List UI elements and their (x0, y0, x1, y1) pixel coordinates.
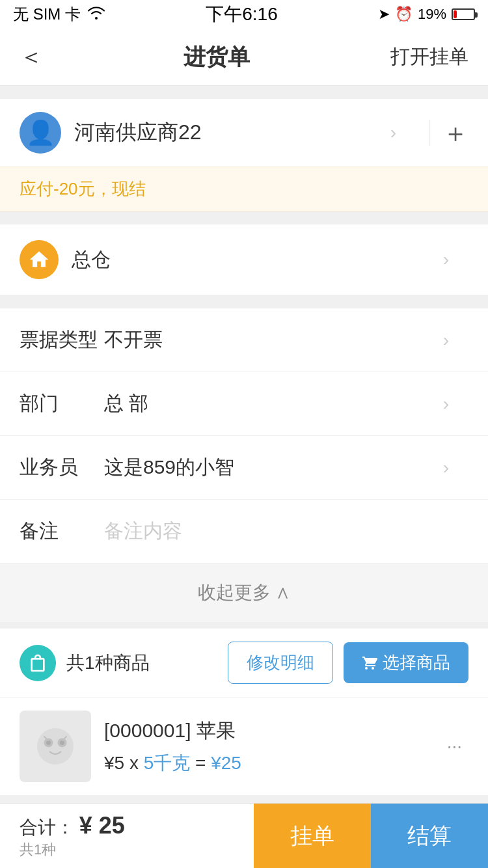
department-chevron-icon: › (443, 394, 449, 414)
page-title: 进货单 (183, 42, 250, 72)
section-divider-1 (0, 211, 488, 224)
warehouse-name: 总仓 (72, 247, 443, 273)
department-label: 部门 (20, 390, 104, 417)
total-label: 合计： (20, 817, 74, 837)
svg-point-3 (46, 740, 51, 745)
product-unit-price: ¥5 (104, 753, 124, 773)
total-row: 合计： ¥ 25 (20, 812, 234, 840)
carrier-label: 无 SIM 卡 (13, 4, 81, 25)
product-thumbnail (20, 711, 91, 782)
bottom-bar: 合计： ¥ 25 共1种 挂单 结算 (0, 803, 488, 868)
product-more-button[interactable]: ··· (441, 736, 468, 757)
supplier-avatar: 👤 (20, 112, 61, 154)
alarm-icon: ⏰ (395, 6, 413, 23)
nav-bar: ＜ 进货单 打开挂单 (0, 29, 488, 86)
warehouse-chevron-icon: › (443, 249, 449, 270)
collapse-button[interactable]: 收起更多 ∧ (0, 563, 488, 622)
remark-row[interactable]: 备注 备注内容 (0, 500, 488, 563)
battery-label: 19% (418, 6, 446, 23)
status-left: 无 SIM 卡 (13, 4, 105, 25)
chevron-right-icon: › (390, 122, 396, 143)
status-bar: 无 SIM 卡 下午6:16 ➤ ⏰ 19% (0, 0, 488, 29)
salesperson-row[interactable]: 业务员 这是859的小智 › (0, 436, 488, 500)
product-item: [0000001] 苹果 ¥5 x 5千克 = ¥25 ··· (0, 697, 488, 795)
product-price-row: ¥5 x 5千克 = ¥25 (104, 751, 441, 776)
home-icon (28, 249, 50, 271)
svg-point-4 (60, 740, 64, 745)
warehouse-row[interactable]: 总仓 › (0, 224, 488, 295)
product-info: [0000001] 苹果 ¥5 x 5千克 = ¥25 (104, 718, 441, 776)
product-title: 苹果 (197, 720, 236, 741)
warehouse-icon-circle (20, 240, 59, 279)
total-section: 合计： ¥ 25 共1种 (0, 812, 254, 860)
product-placeholder-icon (33, 724, 78, 769)
salesperson-chevron-icon: › (443, 457, 449, 478)
collapse-label: 收起更多 ∧ (198, 580, 291, 605)
cart-icon (362, 655, 377, 671)
add-supplier-button[interactable]: ＋ (442, 115, 468, 151)
location-icon: ➤ (378, 6, 390, 23)
salesperson-label: 业务员 (20, 454, 104, 481)
battery-icon (452, 8, 475, 20)
open-hang-button[interactable]: 打开挂单 (390, 44, 468, 70)
supplier-section: 👤 河南供应商22 › ＋ 应付-20元，现结 (0, 99, 488, 211)
salesperson-value: 这是859的小智 (104, 454, 443, 481)
status-time: 下午6:16 (206, 2, 278, 27)
status-right: ➤ ⏰ 19% (378, 6, 475, 23)
form-section: 票据类型 不开票 › 部门 总 部 › 业务员 这是859的小智 › 备注 备注… (0, 308, 488, 563)
settle-button[interactable]: 结算 (371, 804, 488, 868)
remark-input[interactable]: 备注内容 (104, 518, 468, 545)
invoice-type-chevron-icon: › (443, 330, 449, 351)
wifi-icon (87, 5, 105, 23)
product-code: [0000001] (104, 720, 191, 741)
product-equals: = (195, 753, 211, 773)
vertical-divider (429, 120, 429, 146)
section-divider-2 (0, 295, 488, 308)
select-product-button[interactable]: 选择商品 (344, 642, 468, 683)
total-count: 共1种 (20, 840, 234, 860)
products-header: 共1种商品 修改明细 选择商品 (0, 622, 488, 697)
remark-label: 备注 (20, 518, 104, 545)
edit-detail-button[interactable]: 修改明细 (228, 642, 333, 684)
department-value: 总 部 (104, 390, 443, 417)
invoice-type-row[interactable]: 票据类型 不开票 › (0, 308, 488, 372)
notice-text: 应付-20元，现结 (20, 179, 146, 198)
notice-banner: 应付-20元，现结 (0, 167, 488, 211)
back-button[interactable]: ＜ (20, 41, 43, 73)
product-name: [0000001] 苹果 (104, 718, 441, 744)
product-multiply: x (129, 753, 144, 773)
total-amount: ¥ 25 (79, 812, 125, 839)
department-row[interactable]: 部门 总 部 › (0, 372, 488, 436)
supplier-name: 河南供应商22 (74, 118, 390, 147)
supplier-row[interactable]: 👤 河南供应商22 › ＋ (0, 99, 488, 167)
select-product-label: 选择商品 (383, 651, 450, 674)
svg-point-0 (37, 728, 74, 765)
user-icon: 👤 (26, 119, 55, 146)
product-total: ¥25 (211, 753, 241, 773)
hang-order-button[interactable]: 挂单 (254, 804, 371, 868)
invoice-type-value: 不开票 (104, 327, 443, 353)
product-count-text: 共1种商品 (66, 651, 228, 675)
shopping-bag-icon (27, 653, 48, 673)
product-quantity: 5千克 (144, 753, 191, 773)
invoice-type-label: 票据类型 (20, 327, 104, 353)
product-count-icon-circle (20, 645, 56, 681)
section-divider-top (0, 86, 488, 99)
